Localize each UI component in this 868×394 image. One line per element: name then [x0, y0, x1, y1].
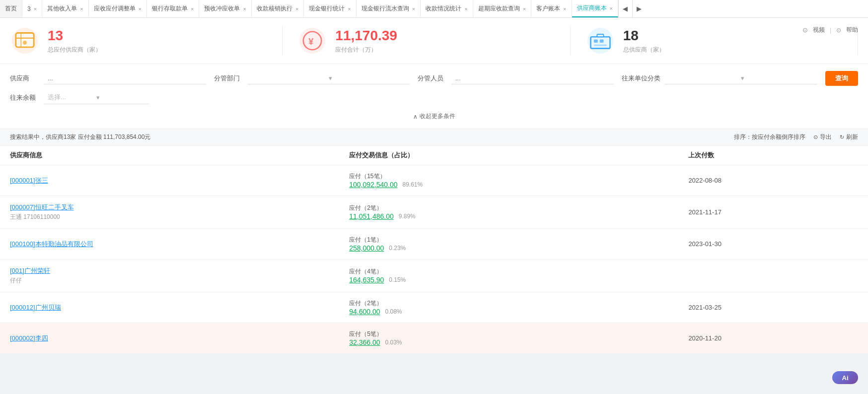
nav-tab-overdue-collect-close[interactable]: × [523, 6, 526, 12]
export-label: 导出 [820, 133, 832, 141]
unit-cat-filter-label: 往来单位分类 [622, 74, 660, 83]
results-bar: 搜索结果中，供应商13家 应付金额 111,703,854.00元 排序：按应付… [0, 129, 868, 146]
nav-tab-cash-bank-flow-close[interactable]: × [412, 6, 415, 12]
sort-label[interactable]: 排序：按应付余额倒序排序 [734, 133, 805, 141]
trans-amount-5[interactable]: 32,366.00 [349, 338, 380, 346]
nav-tab-advance-collect-close[interactable]: × [243, 6, 246, 12]
nav-tab-collection-check[interactable]: 收款核销执行 × [252, 0, 304, 17]
trans-amount-3[interactable]: 164,635.90 [349, 276, 384, 284]
nav-tab-3[interactable]: 3 × [22, 0, 42, 17]
nav-tab-collect-stat[interactable]: 收款情况统计 × [421, 0, 473, 17]
table-row: [000100]本特勤油品有限公司 应付（1笔） 258,000.00 0.23… [0, 229, 868, 260]
last-pay-1: 2021-11-17 [688, 208, 858, 216]
supplier-col-1: [000007]恒旺二手叉车 王通 17106110000 [10, 203, 349, 221]
trans-col-1: 应付（2笔） 11,051,486.00 9.89% [349, 204, 688, 220]
col-trans-info: 应付交易信息（占比） [349, 151, 688, 160]
dept-filter-select[interactable]: ▾ [248, 72, 410, 84]
stat-value-total: 18 [623, 27, 665, 44]
nav-prev-arrow[interactable]: ◀ [618, 0, 632, 17]
nav-tab-advance-collect[interactable]: 预收冲应收单 × [199, 0, 251, 17]
trans-percent-0: 89.61% [403, 181, 423, 188]
nav-tab-customer-account[interactable]: 客户账本 × [531, 0, 572, 17]
nav-tab-home[interactable]: 首页 [0, 0, 22, 17]
stat-info-supplier: 13 总应付供应商（家） [48, 27, 101, 55]
nav-tab-supplier-account-close[interactable]: × [610, 5, 613, 11]
last-pay-5: 2020-11-20 [688, 334, 858, 342]
nav-tab-3-close[interactable]: × [34, 6, 37, 12]
svg-rect-10 [597, 34, 603, 37]
export-icon: ⊙ [813, 134, 818, 140]
results-summary: 搜索结果中，供应商13家 应付金额 111,703,854.00元 [10, 133, 150, 141]
nav-tab-home-label: 首页 [5, 4, 17, 13]
trans-amount-1[interactable]: 11,051,486.00 [349, 212, 394, 220]
refresh-btn[interactable]: ↻ 刷新 [840, 133, 858, 141]
supplier-link-3[interactable]: [001]广州荣轩 [10, 266, 349, 275]
balance-filter-select[interactable]: 选择... ▾ [44, 91, 149, 104]
video-btn[interactable]: 视频 [813, 26, 825, 34]
results-actions: 排序：按应付余额倒序排序 ⊙ 导出 ↻ 刷新 [734, 133, 858, 141]
nav-tab-bank-deposit[interactable]: 银行存取款单 × [147, 0, 199, 17]
nav-tab-collection-check-close[interactable]: × [295, 6, 298, 12]
filter-dept: 分管部门 ▾ [214, 72, 410, 84]
trans-label-2: 应付（1笔） [349, 236, 688, 244]
stat-value-amount: 11,170.39 [335, 27, 397, 44]
trans-col-5: 应付（5笔） 32,366.00 0.03% [349, 330, 688, 346]
nav-tab-bank-deposit-label: 银行存取款单 [152, 4, 188, 13]
table-header: 供应商信息 应付交易信息（占比） 上次付数 [0, 146, 868, 165]
supplier-col-5: [000002]李四 [10, 334, 349, 343]
query-button[interactable]: 查询 [825, 71, 858, 86]
supplier-link-1[interactable]: [000007]恒旺二手叉车 [10, 203, 349, 212]
nav-tab-ap-adjustment[interactable]: 应收应付调整单 × [89, 0, 147, 17]
nav-tab-collection-check-label: 收款核销执行 [257, 4, 292, 13]
nav-tab-collect-stat-close[interactable]: × [464, 6, 467, 12]
trans-amount-0[interactable]: 100,092,540.00 [349, 181, 397, 189]
svg-text:¥: ¥ [309, 37, 314, 47]
last-pay-0: 2022-08-08 [688, 177, 858, 184]
nav-tab-overdue-collect-label: 超期应收款查询 [478, 4, 520, 13]
nav-tab-bank-deposit-close[interactable]: × [191, 6, 194, 12]
dept-filter-label: 分管部门 [214, 74, 244, 83]
table-row: [001]广州荣轩 仔仔 应付（4笔） 164,635.90 0.15% [0, 260, 868, 292]
unit-cat-filter-select[interactable]: ▾ [664, 72, 818, 84]
nav-tab-other-income-close[interactable]: × [80, 6, 83, 12]
supplier-col-4: [000012]广州贝瑞 [10, 303, 349, 312]
nav-tab-collect-stat-label: 收款情况统计 [426, 4, 461, 13]
supplier-filter-input[interactable] [44, 72, 206, 84]
refresh-icon: ↻ [840, 134, 844, 140]
dept-chevron-icon: ▾ [329, 74, 406, 82]
trans-amount-2[interactable]: 258,000.00 [349, 244, 384, 252]
stat-icon-supplier [10, 26, 40, 56]
nav-tab-ap-adjustment-close[interactable]: × [139, 6, 142, 12]
table-row: [000007]恒旺二手叉车 王通 17106110000 应付（2笔） 11,… [0, 196, 868, 229]
supplier-link-0[interactable]: [000001]张三 [10, 176, 349, 185]
manager-filter-input[interactable] [451, 72, 614, 84]
col-last-pay: 上次付数 [688, 151, 858, 160]
trans-label-4: 应付（2笔） [349, 299, 688, 308]
help-btn[interactable]: 帮助 [846, 26, 858, 34]
collapse-chevron-icon: ∧ [413, 113, 418, 120]
nav-tab-other-income[interactable]: 其他收入单 × [42, 0, 88, 17]
nav-tab-customer-account-close[interactable]: × [563, 6, 566, 12]
col-supplier-info: 供应商信息 [10, 151, 349, 160]
nav-tab-cash-bank-stat-close[interactable]: × [348, 6, 351, 12]
top-navigation: 首页 3 × 其他收入单 × 应收应付调整单 × 银行存取款单 × 预收冲应收单… [0, 0, 868, 18]
nav-tab-cash-bank-stat-label: 现金银行统计 [309, 4, 345, 13]
supplier-link-4[interactable]: [000012]广州贝瑞 [10, 303, 349, 312]
filter-section: 供应商 分管部门 ▾ 分管人员 往来单位分类 ▾ 查询 往来余额 选择 [0, 64, 868, 129]
trans-label-3: 应付（4笔） [349, 267, 688, 276]
trans-amount-4[interactable]: 94,600.00 [349, 308, 380, 316]
supplier-link-5[interactable]: [000002]李四 [10, 334, 349, 343]
export-btn[interactable]: ⊙ 导出 [813, 133, 832, 141]
trans-percent-4: 0.08% [385, 308, 402, 315]
collapse-bar[interactable]: ∧ 收起更多条件 [10, 109, 858, 122]
trans-label-1: 应付（2笔） [349, 204, 688, 212]
manager-filter-label: 分管人员 [418, 74, 447, 83]
data-table: 供应商信息 应付交易信息（占比） 上次付数 [000001]张三 应付（15笔）… [0, 146, 868, 354]
supplier-link-2[interactable]: [000100]本特勤油品有限公司 [10, 240, 349, 249]
nav-tab-overdue-collect[interactable]: 超期应收款查询 × [473, 0, 531, 17]
nav-tab-supplier-account[interactable]: 供应商账本 × [572, 0, 618, 17]
stat-info-amount: 11,170.39 应付合计（万） [335, 27, 397, 55]
nav-next-arrow[interactable]: ▶ [632, 0, 646, 17]
nav-tab-cash-bank-stat[interactable]: 现金银行统计 × [304, 0, 356, 17]
nav-tab-cash-bank-flow[interactable]: 现金银行流水查询 × [357, 0, 421, 17]
